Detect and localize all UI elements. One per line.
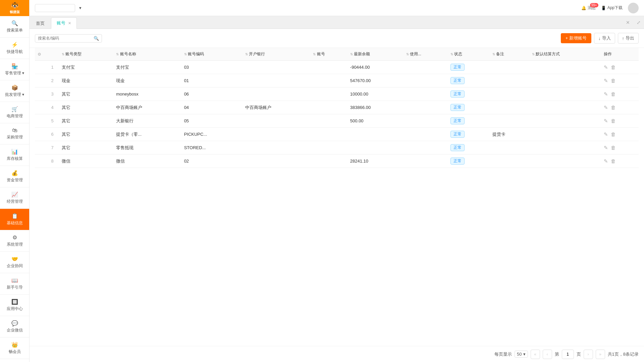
cell-code-4: 05: [181, 114, 243, 128]
sidebar-label-12: 新手引导: [7, 285, 23, 290]
sidebar-item-企业微信[interactable]: 💬 企业微信: [0, 316, 29, 338]
sidebar-label-0: 搜索菜单: [7, 27, 23, 33]
sidebar-item-新手引导[interactable]: 📖 新手引导: [0, 273, 29, 295]
row-index-2: 3: [46, 87, 59, 101]
col-header-usage[interactable]: ⇅ 使用...: [404, 48, 448, 61]
edit-button-5[interactable]: ✎: [604, 131, 608, 137]
topbar-search-input[interactable]: [35, 4, 75, 12]
sidebar-icon-5: 🛍: [12, 127, 17, 133]
tab-账号[interactable]: 账号✕: [51, 17, 77, 29]
edit-button-0[interactable]: ✎: [604, 64, 608, 70]
edit-button-1[interactable]: ✎: [604, 78, 608, 84]
page-panel: 🔍 + 新增账号 ↓ 导入 ↑ 导出: [30, 29, 644, 362]
status-badge: 正常: [450, 144, 465, 151]
next-page-button[interactable]: ›: [584, 350, 593, 359]
close-window-button[interactable]: ✕: [623, 17, 633, 28]
col-header-remark[interactable]: ⇅ 备注: [490, 48, 529, 61]
topbar-dropdown[interactable]: ▾: [79, 5, 82, 10]
message-button[interactable]: 🔔 消息 99+: [581, 5, 596, 11]
cell-op-1: ✎ 🗑: [601, 74, 639, 87]
delete-button-3[interactable]: 🗑: [611, 105, 616, 110]
sidebar-item-经营管理[interactable]: 📈 经营管理: [0, 187, 29, 209]
tab-首页[interactable]: 首页: [30, 18, 50, 28]
add-account-button[interactable]: + 新增账号: [561, 33, 591, 43]
sidebar-item-畅会员[interactable]: 👑 畅会员: [0, 338, 29, 359]
cell-usage-6: [404, 141, 448, 155]
col-header-type[interactable]: ⇅ 账号类型: [59, 48, 113, 61]
sidebar-item-基础信息[interactable]: 📋 基础信息: [0, 209, 29, 230]
sidebar-label-9: 基础信息: [7, 220, 23, 226]
sidebar-item-资金管理[interactable]: 💰 资金管理: [0, 166, 29, 187]
pagination: 每页显示 50 ▾ « ‹ 第 页 › » 共1页，8条记录: [30, 346, 644, 362]
delete-button-5[interactable]: 🗑: [611, 131, 616, 137]
col-header-account[interactable]: ⇅ 账号: [310, 48, 347, 61]
delete-button-7[interactable]: 🗑: [611, 158, 616, 164]
cell-balance-0: -90444.00: [347, 61, 404, 74]
row-index-7: 8: [46, 155, 59, 168]
sidebar-icon-9: 📋: [11, 213, 18, 219]
delete-button-0[interactable]: 🗑: [611, 64, 616, 70]
row-index-4: 5: [46, 114, 59, 128]
status-badge: 正常: [450, 64, 465, 71]
bell-icon: 🔔: [581, 6, 586, 10]
sidebar-item-企业协同[interactable]: 🤝 企业协同: [0, 252, 29, 273]
col-header-status[interactable]: ⇅ 状态: [448, 48, 490, 61]
maximize-window-button[interactable]: ⤢: [633, 17, 644, 28]
cell-default-settle-4: [529, 114, 601, 128]
page-number-input[interactable]: [562, 350, 574, 359]
edit-button-2[interactable]: ✎: [604, 91, 608, 97]
import-button[interactable]: ↓ 导入: [594, 33, 615, 44]
row-settings-5: [35, 128, 46, 141]
delete-button-6[interactable]: 🗑: [611, 145, 616, 150]
col-header-code[interactable]: ⇅ 账号编码: [181, 48, 243, 61]
total-records: 共1页，8条记录: [608, 351, 639, 357]
search-icon[interactable]: 🔍: [94, 36, 99, 41]
edit-button-4[interactable]: ✎: [604, 118, 608, 124]
col-header-op: 操作: [601, 48, 639, 61]
export-button[interactable]: ↑ 导出: [618, 33, 639, 44]
cell-default-settle-7: [529, 155, 601, 168]
prev-page-button[interactable]: ‹: [543, 350, 552, 359]
last-page-button[interactable]: »: [596, 350, 605, 359]
col-header-bank[interactable]: ⇅ 开户银行: [243, 48, 310, 61]
first-page-button[interactable]: «: [531, 350, 540, 359]
table-row: 4其它中百商场账户04中百商场账户383866.00正常 ✎ 🗑: [35, 101, 639, 114]
cell-default-settle-2: [529, 87, 601, 101]
cell-balance-4: 500.00: [347, 114, 404, 128]
sidebar-item-应用中心[interactable]: 🔲 应用中心: [0, 295, 29, 316]
sidebar-item-快捷导航[interactable]: ⚡ 快捷导航: [0, 38, 29, 59]
sidebar: 🐯 畅捷版 🔍 搜索菜单 ⚡ 快捷导航 🏪 零售管理 ▾ 📦 批发管理 ▾ 🛒 …: [0, 0, 30, 362]
page-size-selector[interactable]: 50 ▾: [515, 351, 528, 358]
accounts-table: ⚙⇅ 账号类型⇅ 账号名称⇅ 账号编码⇅ 开户银行⇅ 账号⇅ 最新余额⇅ 使用.…: [35, 48, 639, 168]
edit-button-6[interactable]: ✎: [604, 145, 608, 151]
sidebar-icon-2: 🏪: [11, 63, 18, 69]
sidebar-icon-0: 🔍: [11, 20, 18, 26]
edit-button-7[interactable]: ✎: [604, 158, 608, 164]
cell-bank-6: [243, 141, 310, 155]
app-download-button[interactable]: 📱 App下载: [601, 5, 623, 11]
col-header-name[interactable]: ⇅ 账号名称: [113, 48, 181, 61]
sidebar-label-13: 应用中心: [7, 306, 23, 312]
edit-button-3[interactable]: ✎: [604, 105, 608, 111]
sidebar-item-库存核算[interactable]: 📊 库存核算: [0, 144, 29, 166]
cell-default-settle-5: [529, 128, 601, 141]
tab-close-1[interactable]: ✕: [68, 21, 71, 25]
sidebar-icon-8: 📈: [11, 191, 18, 198]
sidebar-item-系统管理[interactable]: ⚙ 系统管理: [0, 230, 29, 252]
settings-col-icon[interactable]: ⚙: [38, 52, 41, 57]
cell-bank-3: 中百商场账户: [243, 101, 310, 114]
search-input[interactable]: [38, 36, 92, 41]
sidebar-item-批发管理[interactable]: 📦 批发管理 ▾: [0, 80, 29, 102]
sidebar-item-采购管理[interactable]: 🛍 采购管理: [0, 123, 29, 144]
sidebar-item-零售管理[interactable]: 🏪 零售管理 ▾: [0, 59, 29, 80]
cell-remark-1: [490, 74, 529, 87]
delete-button-4[interactable]: 🗑: [611, 118, 616, 124]
user-avatar[interactable]: [628, 3, 639, 13]
delete-button-2[interactable]: 🗑: [611, 91, 616, 97]
cell-code-0: 03: [181, 61, 243, 74]
delete-button-1[interactable]: 🗑: [611, 78, 616, 83]
sidebar-item-电商管理[interactable]: 🛒 电商管理: [0, 102, 29, 123]
sidebar-item-搜索菜单[interactable]: 🔍 搜索菜单: [0, 16, 29, 38]
col-header-default_settle[interactable]: ⇅ 默认结算方式: [529, 48, 601, 61]
col-header-balance[interactable]: ⇅ 最新余额: [347, 48, 404, 61]
